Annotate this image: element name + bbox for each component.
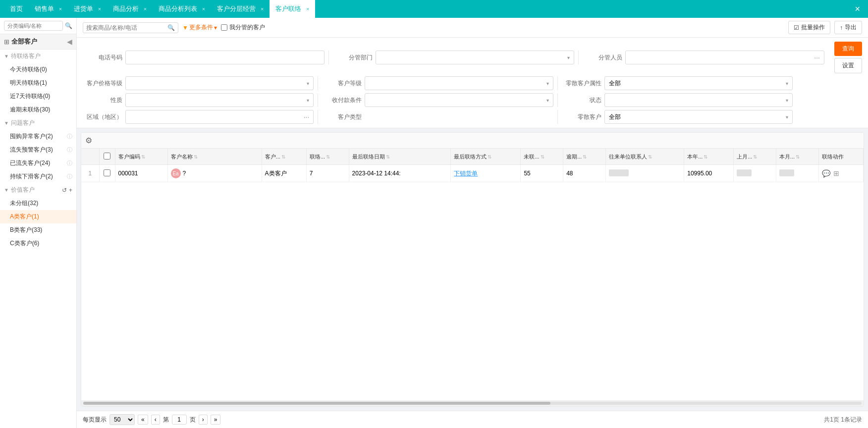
phone-input[interactable]	[125, 51, 325, 64]
sidebar-section-pending[interactable]: ▼ 待联络客户	[0, 50, 76, 63]
my-customers-checkbox-input[interactable]	[221, 24, 227, 31]
region-select[interactable]: ···	[125, 110, 314, 124]
close-purchase-tab[interactable]: ×	[98, 6, 101, 12]
col-contact-count: 联络...⇅	[306, 149, 349, 165]
last-method-sort-icon[interactable]: ⇅	[488, 154, 491, 160]
customer-name-text: ?	[183, 170, 186, 177]
close-sales-tab[interactable]: ×	[59, 6, 62, 12]
settings-button[interactable]: 设置	[834, 58, 862, 73]
sidebar-item-a-class[interactable]: A类客户(1)	[0, 210, 76, 223]
batch-icon: ☑	[794, 24, 799, 31]
first-page-button[interactable]: «	[138, 415, 148, 425]
last-page-button[interactable]: »	[211, 415, 221, 425]
next-page-button[interactable]: ›	[199, 415, 208, 425]
last-month-sort-icon[interactable]: ⇅	[753, 154, 757, 160]
page-size-select[interactable]: 50 100	[109, 414, 135, 425]
this-year-sort-icon[interactable]: ⇅	[704, 154, 707, 160]
scrollbar-thumb[interactable]	[83, 402, 550, 405]
customer-level-select[interactable]: ▾	[365, 76, 553, 90]
prev-page-button[interactable]: ‹	[151, 415, 160, 425]
contact-sort-icon[interactable]: ⇅	[326, 154, 330, 160]
sidebar-collapse-icon[interactable]: ◀	[67, 38, 72, 46]
window-close-icon[interactable]: ×	[851, 4, 864, 14]
customer-type-input[interactable]	[365, 110, 553, 124]
sidebar-item-c-class[interactable]: C类客户(6)	[0, 237, 76, 250]
sidebar-section-value-label: 价值客户	[11, 186, 35, 194]
query-button[interactable]: 查询	[834, 42, 862, 56]
page-input[interactable]	[172, 415, 187, 425]
filter-search-icon[interactable]: 🔍	[167, 24, 175, 31]
adv-filter-row-1: 电话号码 分管部门 ▾ 分管人员 ···	[83, 42, 862, 73]
col-unit-contact: 往来单位联系人⇅	[605, 149, 684, 165]
refresh-icon[interactable]: ↺	[62, 187, 67, 194]
this-month-sort-icon[interactable]: ⇅	[796, 154, 800, 160]
category-sort-icon[interactable]: ⇅	[281, 154, 285, 160]
sidebar-section-problem[interactable]: ▼ 问题客户	[0, 116, 76, 130]
row-grid-icon[interactable]: ⊞	[833, 169, 839, 177]
my-customers-checkbox[interactable]: 我分管的客户	[221, 23, 265, 32]
select-all-checkbox[interactable]	[104, 153, 110, 160]
sidebar-item-today-pending[interactable]: 今天待联络(0)	[0, 63, 76, 76]
horizontal-scrollbar[interactable]	[81, 400, 864, 406]
sidebar-all-customers[interactable]: ⊞ 全部客户 ◀	[0, 34, 76, 50]
sidebar-item-lost[interactable]: 已流失客户(24) ⓘ	[0, 157, 76, 170]
nav-tab-purchase[interactable]: 进货单 ×	[68, 0, 107, 18]
per-page-label: 每页显示	[83, 416, 107, 424]
nav-tab-customer-tier[interactable]: 客户分层经营 ×	[211, 0, 270, 18]
sidebar-section-value[interactable]: ▼ 价值客户 ↺ +	[0, 183, 76, 197]
sidebar-item-tomorrow-pending[interactable]: 明天待联络(1)	[0, 76, 76, 90]
unit-contact-sort-icon[interactable]: ⇅	[648, 154, 652, 160]
close-analysis-tab[interactable]: ×	[144, 6, 147, 12]
row-checkbox[interactable]	[104, 169, 110, 176]
field-retail-attr: 零散客户属性 全部 ▾	[562, 76, 793, 90]
sidebar-item-ungrouped[interactable]: 未分组(32)	[0, 197, 76, 210]
nav-tab-customer-contact[interactable]: 客户联络 ×	[270, 0, 315, 18]
sidebar-item-hoard-abnormal[interactable]: 囤购异常客户(2) ⓘ	[0, 130, 76, 143]
close-analysis-list-tab[interactable]: ×	[202, 6, 205, 12]
uncontacted-sort-icon[interactable]: ⇅	[541, 154, 544, 160]
dept-select[interactable]: ▾	[376, 51, 575, 64]
table-gear-icon[interactable]: ⚙	[85, 136, 92, 145]
filter-search-box: 🔍	[83, 22, 178, 33]
nav-tab-sales[interactable]: 销售单 ×	[29, 0, 68, 18]
status-select[interactable]: ▾	[604, 93, 793, 107]
payment-select[interactable]: ▾	[365, 93, 553, 107]
close-customer-tier-tab[interactable]: ×	[261, 6, 264, 12]
adv-filter-row-2: 客户价格等级 ▾ 客户等级 ▾ 零散客户属性	[83, 76, 862, 90]
sidebar-item-overdue-pending[interactable]: 逾期未联络(30)	[0, 103, 76, 116]
sidebar-item-loss-warning[interactable]: 流失预警客户(3) ⓘ	[0, 143, 76, 157]
filter-search-input[interactable]	[86, 24, 165, 31]
divider-2	[578, 51, 579, 64]
manager-select[interactable]: ···	[625, 51, 824, 64]
nav-tab-analysis[interactable]: 商品分析 ×	[107, 0, 153, 18]
row-last-date: 2023-04-12 14:44:	[349, 165, 451, 182]
overdue-sort-icon[interactable]: ⇅	[583, 154, 587, 160]
dept-arrow-icon: ▾	[567, 55, 570, 60]
sidebar-item-declining[interactable]: 持续下滑客户(2) ⓘ	[0, 170, 76, 183]
advanced-filter: 电话号码 分管部门 ▾ 分管人员 ···	[77, 38, 868, 128]
sidebar-item-7day-pending[interactable]: 近7天待联络(0)	[0, 90, 76, 103]
row-actions: 💬 ⊞	[818, 165, 863, 182]
export-button[interactable]: ↑ 导出	[834, 21, 862, 34]
batch-operations-button[interactable]: ☑ 批量操作	[788, 21, 830, 34]
more-conditions-button[interactable]: ▼ 更多条件 ▾	[182, 23, 217, 32]
last-date-sort-icon[interactable]: ⇅	[386, 154, 390, 160]
sidebar-search-input[interactable]	[4, 21, 63, 31]
add-group-icon[interactable]: +	[69, 187, 72, 194]
price-level-select[interactable]: ▾	[125, 76, 314, 90]
retail-attr-select[interactable]: 全部 ▾	[604, 76, 793, 90]
row-chat-icon[interactable]: 💬	[822, 169, 830, 177]
value-section-icons: ↺ +	[62, 187, 72, 194]
sidebar-search-icon[interactable]: 🔍	[65, 22, 72, 29]
code-sort-icon[interactable]: ⇅	[141, 154, 145, 160]
name-sort-icon[interactable]: ⇅	[194, 154, 198, 160]
nav-tab-analysis-list[interactable]: 商品分析列表 ×	[153, 0, 211, 18]
close-customer-contact-tab[interactable]: ×	[306, 6, 309, 12]
row-last-method[interactable]: 下销货单	[451, 165, 521, 182]
bottom-bar: 每页显示 50 100 « ‹ 第 页 › » 共1页 1条记录	[77, 411, 868, 428]
col-category: 客户...⇅	[262, 149, 306, 165]
sidebar-item-b-class[interactable]: B类客户(33)	[0, 223, 76, 237]
retail-customer-select[interactable]: 全部 ▾	[604, 110, 793, 124]
nav-home[interactable]: 首页	[4, 0, 29, 18]
nature-select[interactable]: ▾	[125, 93, 314, 107]
